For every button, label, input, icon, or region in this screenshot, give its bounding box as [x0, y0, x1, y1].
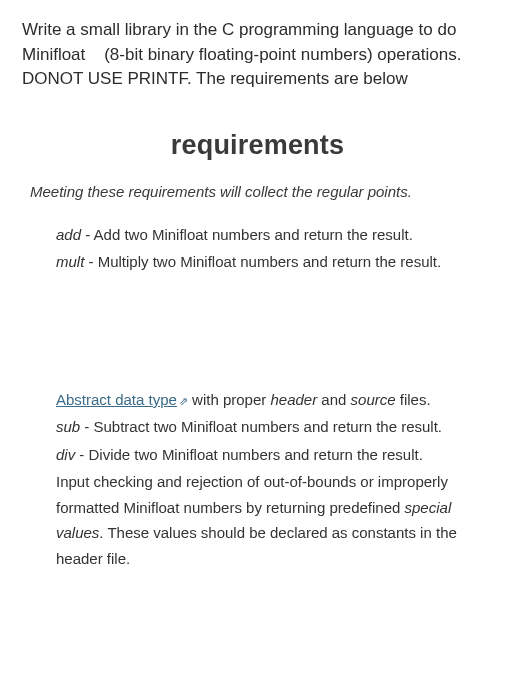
term-add: add [56, 226, 81, 243]
requirements-list: add - Add two Minifloat numbers and retu… [22, 222, 493, 572]
req-sub: sub - Subtract two Minifloat numbers and… [56, 414, 485, 440]
adt-end: files. [396, 391, 431, 408]
term-sub: sub [56, 418, 80, 435]
desc-sub: - Subtract two Minifloat numbers and ret… [80, 418, 442, 435]
req-mult: mult - Multiply two Minifloat numbers an… [56, 249, 485, 275]
adt-source: source [351, 391, 396, 408]
req-adt: Abstract data type⇗ with proper header a… [56, 387, 485, 413]
desc-mult: - Multiply two Minifloat numbers and ret… [84, 253, 441, 270]
desc-add: - Add two Minifloat numbers and return t… [81, 226, 413, 243]
term-mult: mult [56, 253, 84, 270]
input-b: . These values should be declared as con… [56, 524, 457, 567]
intro-paragraph: Write a small library in the C programmi… [22, 18, 493, 92]
adt-header: header [270, 391, 317, 408]
meeting-note: Meeting these requirements will collect … [22, 183, 493, 200]
abstract-data-type-link[interactable]: Abstract data type [56, 391, 177, 408]
requirements-heading: requirements [22, 130, 493, 161]
req-input-checking: Input checking and rejection of out-of-b… [56, 469, 485, 571]
spacer [56, 277, 485, 387]
term-div: div [56, 446, 75, 463]
adt-and: and [317, 391, 350, 408]
input-a: Input checking and rejection of out-of-b… [56, 473, 448, 516]
external-link-icon: ⇗ [179, 392, 188, 411]
req-add: add - Add two Minifloat numbers and retu… [56, 222, 485, 248]
desc-div: - Divide two Minifloat numbers and retur… [75, 446, 423, 463]
req-div: div - Divide two Minifloat numbers and r… [56, 442, 485, 468]
adt-mid: with proper [188, 391, 271, 408]
